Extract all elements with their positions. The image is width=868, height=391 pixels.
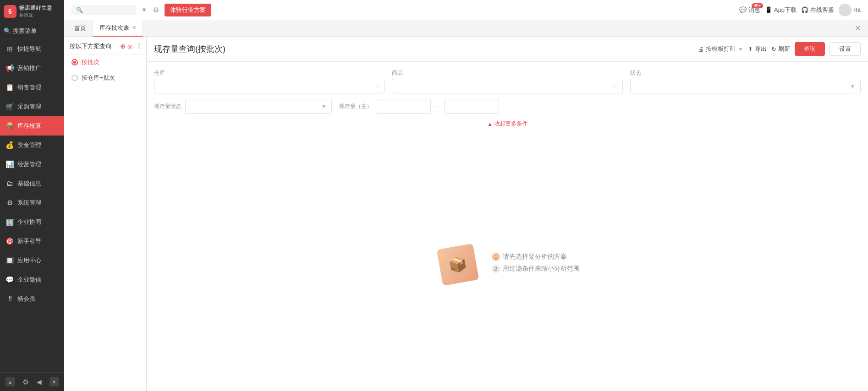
nav-label-enterprise: 企业协同	[17, 218, 41, 226]
inventory-status-select[interactable]: ▼	[185, 99, 332, 114]
filter-radio-by-warehouse-batch	[71, 75, 78, 81]
page-title-row: 现存量查询(按批次) 🖨 按模板打印 ▼ ⬆ 导出 ↻	[154, 42, 861, 56]
warehouse-input[interactable]: ···	[154, 79, 385, 93]
scroll-down-btn[interactable]: ▼	[49, 377, 59, 386]
main-panel-header: 现存量查询(按批次) 🖨 按模板打印 ▼ ⬆ 导出 ↻	[147, 37, 868, 62]
collapse-sidebar-btn[interactable]: ◀	[37, 378, 42, 386]
product-label: 商品	[392, 69, 622, 77]
filter-option-by-batch[interactable]: 按批次	[64, 54, 146, 70]
tab-bar: 首页 库存批次账 ✕ ✕	[64, 20, 868, 37]
filter-option-by-warehouse-batch[interactable]: 按仓库+批次	[64, 70, 146, 86]
filter-panel-header: 按以下方案查询 ⊕ ◎ 《	[64, 42, 146, 54]
query-btn[interactable]: 查询	[795, 42, 825, 56]
sidebar-item-ops[interactable]: 📊经营管理	[0, 155, 64, 174]
nav-icon-basic: 🗂	[5, 179, 14, 188]
empty-illustration: 📦	[435, 242, 481, 288]
online-service-label: 在线客服	[810, 6, 834, 14]
sidebar-item-guide[interactable]: 🎯新手引导	[0, 232, 64, 251]
tab-batch-close[interactable]: ✕	[132, 25, 136, 31]
inventory-status-group: 现存量状态 ▼	[154, 99, 332, 114]
inventory-status-dropdown-icon: ▼	[321, 103, 327, 110]
filter-panel-actions: ⊕ ◎ 《	[120, 42, 141, 50]
add-filter-btn[interactable]: ⊕	[120, 43, 126, 50]
empty-box-icon: 📦	[437, 243, 479, 286]
step-2-num: 2	[492, 265, 500, 273]
nav-label-member: 畅会员	[17, 295, 35, 303]
tab-home-label: 首页	[74, 24, 86, 33]
filter-label-by-warehouse-batch: 按仓库+批次	[82, 74, 115, 82]
nav-label-sales: 销售管理	[17, 83, 41, 92]
nav-icon-purchase: 🛒	[5, 103, 14, 111]
refresh-icon: ↻	[771, 46, 776, 53]
filter-panel: 按以下方案查询 ⊕ ◎ 《 按批次 按仓库+批次	[64, 37, 147, 391]
product-filter-group: 商品 ···	[392, 69, 622, 93]
topbar-dropdown-icon[interactable]: ▼	[141, 6, 147, 13]
tab-panel-close-btn[interactable]: ✕	[851, 24, 864, 33]
tab-batch-label: 库存批次账	[99, 24, 129, 32]
settings-footer-icon[interactable]: ⚙	[22, 378, 29, 386]
tab-batch[interactable]: 库存批次账 ✕	[93, 20, 143, 37]
filter-settings-btn[interactable]: ◎	[127, 43, 132, 50]
export-label: 导出	[755, 45, 767, 53]
sidebar-search[interactable]: 🔍 搜索菜单	[0, 23, 64, 39]
sidebar-item-enterprise[interactable]: 🏢企业协同	[0, 212, 64, 232]
online-service-btn[interactable]: 🎧 在线客服	[801, 6, 834, 14]
experience-btn[interactable]: 体验行业方案	[165, 4, 211, 16]
nav-label-guide: 新手引导	[17, 237, 41, 245]
step-1-text: 请先选择要分析的方案	[503, 253, 567, 261]
print-btn[interactable]: 🖨 按模板打印 ▼	[698, 45, 743, 53]
status-label: 状态	[630, 69, 861, 77]
empty-step-1: 1 请先选择要分析的方案	[492, 253, 580, 261]
user-area[interactable]: Rit	[839, 4, 861, 16]
tab-home[interactable]: 首页	[68, 20, 93, 37]
nav-label-finance: 资金管理	[17, 141, 41, 149]
sidebar-item-app-center[interactable]: 🔲应用中心	[0, 251, 64, 270]
search-label: 搜索菜单	[13, 27, 37, 35]
topbar-search[interactable]: 🔍	[71, 5, 136, 15]
status-dropdown-icon: ▼	[850, 83, 856, 90]
sidebar-item-wechat[interactable]: 💬企业微信	[0, 270, 64, 289]
app-download-btn[interactable]: 📱 App下载	[765, 6, 797, 14]
messages-btn[interactable]: 💬 消息 99+	[739, 6, 760, 14]
sidebar-item-basic[interactable]: 🗂基础信息	[0, 174, 64, 193]
product-input[interactable]: ···	[392, 79, 622, 93]
empty-state: 📦 1 请先选择要分析的方案 2 用过滤条件来缩小分析范围	[147, 138, 868, 391]
inventory-qty-to[interactable]	[444, 99, 499, 114]
sidebar-item-marketing[interactable]: 📢营销推广	[0, 59, 64, 78]
refresh-btn[interactable]: ↻ 刷新	[771, 45, 790, 53]
nav-label-marketing: 营销推广	[17, 64, 41, 72]
nav-icon-wechat: 💬	[5, 276, 14, 284]
filter-label-by-batch: 按批次	[82, 58, 99, 66]
sidebar-item-purchase[interactable]: 🛒采购管理	[0, 97, 64, 116]
empty-step-2: 2 用过滤条件来缩小分析范围	[492, 265, 580, 273]
sidebar-item-sales[interactable]: 📋销售管理	[0, 78, 64, 97]
nav-icon-finance: 💰	[5, 141, 14, 149]
step-1-num: 1	[492, 253, 500, 261]
filter-panel-title: 按以下方案查询	[70, 42, 111, 50]
sidebar-item-finance[interactable]: 💰资金管理	[0, 136, 64, 155]
collapse-filter-btn[interactable]: 《	[134, 42, 141, 50]
filter-radio-by-batch	[71, 59, 78, 65]
page-content: 按以下方案查询 ⊕ ◎ 《 按批次 按仓库+批次	[64, 37, 868, 391]
nav-label-quick-nav: 快捷导航	[17, 45, 41, 53]
nav-label-wechat: 企业微信	[17, 276, 41, 284]
sidebar-nav: ⊞快捷导航📢营销推广📋销售管理🛒采购管理📦库存核算💰资金管理📊经营管理🗂基础信息…	[0, 39, 64, 372]
nav-label-inventory: 库存核算	[17, 122, 41, 130]
settings-btn[interactable]: 设置	[830, 42, 861, 56]
collapse-more-btn[interactable]: ▲ 收起更多条件	[154, 117, 861, 130]
sidebar-item-quick-nav[interactable]: ⊞快捷导航	[0, 39, 64, 59]
sidebar-item-inventory[interactable]: 📦库存核算	[0, 116, 64, 136]
topbar-settings-icon[interactable]: ⚙	[153, 5, 159, 14]
status-dropdown[interactable]: ▼	[630, 79, 861, 93]
inventory-qty-group: 现存量（主） —	[339, 99, 499, 114]
sidebar-item-system[interactable]: ⚙系统管理	[0, 193, 64, 212]
export-btn[interactable]: ⬆ 导出	[748, 45, 767, 53]
inventory-qty-from[interactable]	[376, 99, 431, 114]
sidebar-footer: ▲ ⚙ ◀ ▼	[0, 372, 64, 391]
app-title: 畅康通好生意	[19, 5, 52, 12]
nav-icon-quick-nav: ⊞	[5, 45, 14, 53]
nav-label-system: 系统管理	[17, 199, 41, 207]
sidebar-item-member[interactable]: 🎖畅会员	[0, 289, 64, 309]
collapse-icon: ▲	[487, 121, 493, 127]
scroll-up-btn[interactable]: ▲	[5, 377, 15, 386]
